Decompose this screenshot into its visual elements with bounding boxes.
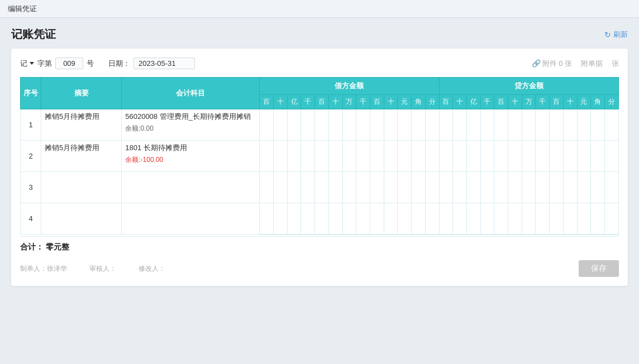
row-3-debit-6[interactable] [342, 203, 356, 234]
row-2-credit-6[interactable] [522, 172, 536, 203]
row-0-credit-6[interactable] [522, 109, 536, 141]
row-2-credit-11[interactable] [591, 172, 605, 203]
row-3-account[interactable] [122, 203, 260, 234]
row-0-debit-3[interactable] [301, 109, 315, 141]
row-1-debit-3[interactable] [301, 141, 315, 172]
row-3-debit-3[interactable] [301, 203, 315, 234]
row-3-credit-6[interactable] [522, 203, 536, 234]
row-2-credit-0[interactable] [439, 172, 453, 203]
row-1-credit-5[interactable] [508, 141, 522, 172]
row-3-credit-7[interactable] [536, 203, 550, 234]
row-1-debit-1[interactable] [274, 141, 288, 172]
row-1-credit-2[interactable] [466, 141, 480, 172]
row-0-credit-11[interactable] [591, 109, 605, 141]
row-0-credit-12[interactable] [604, 109, 618, 141]
row-1-credit-6[interactable] [522, 141, 536, 172]
row-3-credit-10[interactable] [577, 203, 591, 234]
row-0-debit-5[interactable] [328, 109, 342, 141]
row-3-summary[interactable] [41, 203, 122, 234]
row-1-debit-6[interactable] [342, 141, 356, 172]
row-3-credit-9[interactable] [563, 203, 577, 234]
row-2-debit-10[interactable] [398, 172, 412, 203]
row-3-credit-5[interactable] [508, 203, 522, 234]
row-1-credit-4[interactable] [494, 141, 508, 172]
row-0-credit-0[interactable] [439, 109, 453, 141]
row-2-credit-10[interactable] [577, 172, 591, 203]
row-0-credit-4[interactable] [494, 109, 508, 141]
row-0-credit-10[interactable] [577, 109, 591, 141]
row-2-debit-7[interactable] [356, 172, 370, 203]
row-1-credit-10[interactable] [577, 141, 591, 172]
row-3-debit-0[interactable] [260, 203, 274, 234]
row-3-debit-2[interactable] [287, 203, 301, 234]
row-1-credit-3[interactable] [480, 141, 494, 172]
row-0-credit-3[interactable] [480, 109, 494, 141]
row-0-debit-8[interactable] [370, 109, 384, 141]
row-3-credit-2[interactable] [466, 203, 480, 234]
row-3-credit-8[interactable] [550, 203, 564, 234]
row-3-debit-5[interactable] [328, 203, 342, 234]
row-3-credit-1[interactable] [453, 203, 467, 234]
row-2-debit-5[interactable] [328, 172, 342, 203]
row-2-debit-3[interactable] [301, 172, 315, 203]
row-0-credit-7[interactable] [536, 109, 550, 141]
row-1-credit-1[interactable] [453, 141, 467, 172]
row-0-credit-2[interactable] [466, 109, 480, 141]
row-1-debit-10[interactable] [398, 141, 412, 172]
row-1-account[interactable]: 1801 长期待摊费用余额:-100.00 [122, 141, 260, 172]
row-0-debit-11[interactable] [412, 109, 426, 141]
row-0-debit-6[interactable] [342, 109, 356, 141]
row-1-debit-5[interactable] [328, 141, 342, 172]
row-3-debit-7[interactable] [356, 203, 370, 234]
row-2-summary[interactable] [41, 172, 122, 203]
row-2-credit-4[interactable] [494, 172, 508, 203]
row-0-credit-5[interactable] [508, 109, 522, 141]
row-2-debit-6[interactable] [342, 172, 356, 203]
row-1-credit-7[interactable] [536, 141, 550, 172]
row-3-debit-11[interactable] [412, 203, 426, 234]
row-1-debit-8[interactable] [370, 141, 384, 172]
row-1-credit-8[interactable] [550, 141, 564, 172]
row-2-account[interactable] [122, 172, 260, 203]
date-input[interactable] [133, 58, 195, 69]
row-0-debit-1[interactable] [274, 109, 288, 141]
row-2-credit-1[interactable] [453, 172, 467, 203]
row-3-debit-9[interactable] [384, 203, 398, 234]
row-1-summary[interactable]: 摊销5月待摊费用 [41, 141, 122, 172]
row-2-credit-9[interactable] [563, 172, 577, 203]
row-2-debit-8[interactable] [370, 172, 384, 203]
row-0-credit-1[interactable] [453, 109, 467, 141]
row-0-account[interactable]: 56020008 管理费用_长期待摊费用摊销余额:0.00 [122, 109, 260, 141]
row-1-credit-9[interactable] [563, 141, 577, 172]
row-1-debit-2[interactable] [287, 141, 301, 172]
row-3-debit-12[interactable] [425, 203, 439, 234]
row-0-debit-0[interactable] [260, 109, 274, 141]
row-1-debit-4[interactable] [315, 141, 329, 172]
row-0-credit-8[interactable] [550, 109, 564, 141]
row-3-credit-12[interactable] [604, 203, 618, 234]
row-0-debit-12[interactable] [425, 109, 439, 141]
row-0-debit-9[interactable] [384, 109, 398, 141]
row-0-debit-10[interactable] [398, 109, 412, 141]
refresh-button[interactable]: ↻ 刷新 [604, 30, 628, 40]
row-2-credit-3[interactable] [480, 172, 494, 203]
row-3-credit-11[interactable] [591, 203, 605, 234]
row-2-credit-12[interactable] [604, 172, 618, 203]
row-2-credit-8[interactable] [550, 172, 564, 203]
row-1-credit-12[interactable] [604, 141, 618, 172]
row-3-debit-1[interactable] [274, 203, 288, 234]
row-0-summary[interactable]: 摊销5月待摊费用 [41, 109, 122, 141]
row-0-debit-7[interactable] [356, 109, 370, 141]
row-0-debit-2[interactable] [287, 109, 301, 141]
row-1-debit-9[interactable] [384, 141, 398, 172]
row-2-debit-12[interactable] [425, 172, 439, 203]
row-2-debit-2[interactable] [287, 172, 301, 203]
row-2-debit-1[interactable] [274, 172, 288, 203]
row-3-debit-4[interactable] [315, 203, 329, 234]
row-1-debit-11[interactable] [412, 141, 426, 172]
row-2-debit-9[interactable] [384, 172, 398, 203]
row-3-credit-4[interactable] [494, 203, 508, 234]
row-1-debit-12[interactable] [425, 141, 439, 172]
row-0-debit-4[interactable] [315, 109, 329, 141]
attach-file-link[interactable]: 🔗 附件 0 张 [532, 59, 572, 69]
